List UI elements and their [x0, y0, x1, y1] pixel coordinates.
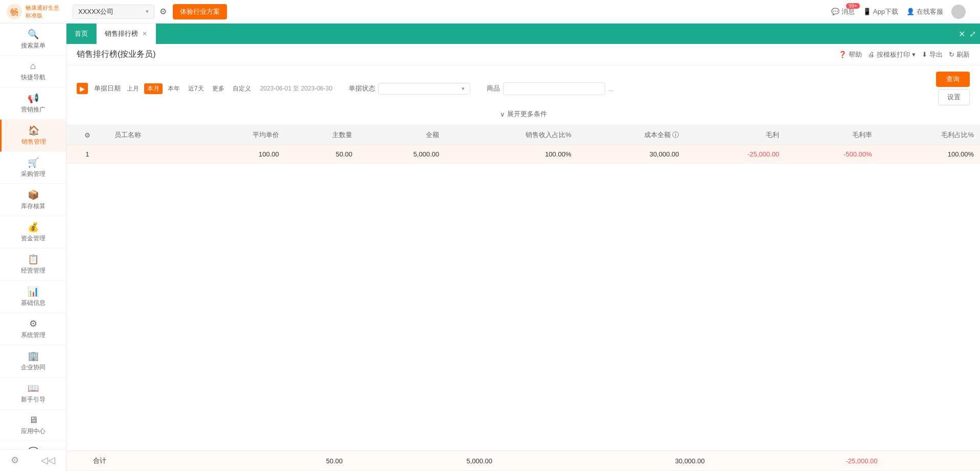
tab-sales-ranking[interactable]: 销售排行榜 ✕	[97, 24, 156, 44]
sidebar-item-sales[interactable]: 🏠 销售管理	[0, 120, 66, 152]
expand-conditions-button[interactable]: ∨ 展开更多条件	[500, 109, 547, 119]
sidebar-item-wechat[interactable]: 💬 企业微信	[0, 441, 66, 449]
export-icon: ⬇	[922, 51, 927, 58]
inventory-icon: 📦	[28, 189, 39, 200]
sidebar-item-appstore[interactable]: 🖥 应用中心	[0, 410, 66, 441]
footer-revenue-ratio-empty	[498, 451, 546, 471]
footer-amount: 5,000.00	[349, 451, 498, 471]
query-button[interactable]: 查询	[936, 72, 970, 87]
last-7days-btn[interactable]: 近7天	[185, 83, 207, 94]
current-year-btn[interactable]: 本年	[165, 83, 183, 94]
footer-gross-ratio-empty	[932, 451, 980, 471]
message-button[interactable]: 💬 消息 99+	[831, 7, 855, 16]
custom-date-btn[interactable]: 自定义	[230, 83, 254, 94]
refresh-icon: ↻	[949, 51, 954, 58]
sidebar-item-operations[interactable]: 📋 经营管理	[0, 249, 66, 281]
sidebar-menu: 🔍 搜索菜单 ⌂ 快捷导航 📢 营销推广 🏠 销售管理 🛒 采购管理	[0, 24, 66, 449]
online-service-button[interactable]: 👤 在线客服	[906, 7, 943, 16]
sidebar-item-basic[interactable]: 📊 基础信息	[0, 281, 66, 313]
basic-icon: 📊	[28, 286, 39, 297]
cell-gross-rate: -500.00%	[785, 145, 878, 164]
home-icon: ⌂	[30, 61, 36, 72]
tab-bar-actions: ✕ ⤢	[959, 29, 980, 39]
sidebar-bottom: ⚙ ◁◁	[0, 449, 66, 471]
message-badge: 99+	[846, 3, 860, 9]
page-title: 销售排行榜(按业务员)	[77, 49, 838, 60]
sidebar-settings-button[interactable]: ⚙	[11, 455, 19, 466]
cell-revenue-ratio: 100.00%	[445, 145, 577, 164]
filter-expand-icon[interactable]: ▶	[77, 83, 88, 94]
sidebar-item-enterprise[interactable]: 🏢 企业协同	[0, 345, 66, 377]
sidebar-item-guide[interactable]: 📖 新手引导	[0, 377, 66, 410]
column-settings-icon[interactable]: ⚙	[66, 125, 108, 145]
sidebar-item-quicknav[interactable]: ⌂ 快捷导航	[0, 56, 66, 87]
cell-avg-price: 100.00	[197, 145, 285, 164]
data-table: ⚙ 员工名称 平均单价 主数量 全额 销售收入占比% 成本全额 ⓘ 毛利 毛利率…	[66, 125, 980, 164]
footer-gross: -25,000.00	[711, 451, 883, 471]
tab-bar: 首页 销售排行榜 ✕ ✕ ⤢	[66, 24, 980, 44]
help-button[interactable]: ❓ 帮助	[838, 50, 862, 59]
print-icon: 🖨	[868, 51, 875, 58]
date-range-display: 2023-06-01 至 2023-06-30	[260, 84, 332, 93]
cell-employee	[108, 145, 197, 164]
enterprise-icon: 🏢	[28, 350, 39, 362]
tab-close-button[interactable]: ✕	[142, 30, 147, 37]
sidebar-item-search[interactable]: 🔍 搜索菜单	[0, 24, 66, 56]
col-revenue-ratio: 销售收入占比%	[445, 125, 577, 145]
company-selector[interactable]: XXXXX公司 ▾	[73, 5, 154, 19]
col-employee: 员工名称	[108, 125, 197, 145]
date-filter-label: 单据日期	[94, 84, 121, 93]
date-filter: 单据日期 上月 本月 本年 近7天 更多 自定义	[94, 83, 254, 94]
col-cost: 成本全额 ⓘ	[577, 125, 685, 145]
date-buttons: 上月 本月 本年 近7天 更多 自定义	[124, 83, 254, 94]
export-button[interactable]: ⬇ 导出	[922, 50, 943, 59]
sidebar-collapse-button[interactable]: ◁◁	[41, 455, 55, 466]
sidebar-item-marketing[interactable]: 📢 营销推广	[0, 87, 66, 120]
page-header: 销售排行榜(按业务员) ❓ 帮助 🖨 按模板打印 ▾ ⬇ 导出	[66, 44, 980, 65]
tab-home[interactable]: 首页	[66, 24, 97, 44]
more-filters-ellipsis[interactable]: ...	[608, 85, 614, 93]
goods-input[interactable]	[503, 82, 605, 95]
footer-empty-rank	[66, 451, 87, 471]
status-filter: 单据状态 ▾	[349, 83, 470, 95]
system-icon: ⚙	[29, 318, 37, 329]
refresh-button[interactable]: ↻ 刷新	[949, 50, 970, 59]
sidebar-item-inventory[interactable]: 📦 库存核算	[0, 184, 66, 216]
operations-icon: 📋	[28, 254, 39, 265]
table-area: ⚙ 员工名称 平均单价 主数量 全额 销售收入占比% 成本全额 ⓘ 毛利 毛利率…	[66, 125, 980, 451]
industry-button[interactable]: 体验行业方案	[173, 4, 227, 19]
table-body: 1 100.00 50.00 5,000.00 100.00% 30,000.0…	[66, 145, 980, 164]
col-gross: 毛利	[685, 125, 785, 145]
status-select[interactable]: ▾	[378, 83, 470, 95]
table-header: ⚙ 员工名称 平均单价 主数量 全额 销售收入占比% 成本全额 ⓘ 毛利 毛利率…	[66, 125, 980, 145]
cell-rank: 1	[66, 145, 108, 164]
footer-avg-price-empty	[187, 451, 235, 471]
tab-expand-button[interactable]: ⤢	[969, 29, 976, 39]
more-dates-btn[interactable]: 更多	[209, 83, 227, 94]
logo-icon: 畅	[6, 4, 22, 20]
chevron-down-icon: ∨	[500, 110, 505, 118]
last-month-btn[interactable]: 上月	[124, 83, 142, 94]
cell-gross-ratio: 100.00%	[878, 145, 980, 164]
status-label: 单据状态	[349, 84, 375, 93]
app-download-button[interactable]: 📱 App下载	[863, 7, 898, 16]
template-print-button[interactable]: 🖨 按模板打印 ▾	[868, 50, 916, 59]
filter-row: ▶ 单据日期 上月 本月 本年 近7天 更多 自定义 2023-06	[77, 72, 970, 105]
company-name: XXXXX公司	[78, 7, 143, 16]
top-bar-right: 💬 消息 99+ 📱 App下载 👤 在线客服	[831, 5, 974, 19]
sidebar-item-system[interactable]: ⚙ 系统管理	[0, 313, 66, 345]
col-avg-price: 平均单价	[197, 125, 285, 145]
logo-text: 畅康通好生意 标准版	[26, 4, 59, 19]
sidebar-item-finance[interactable]: 💰 资金管理	[0, 216, 66, 249]
cell-amount: 5,000.00	[358, 145, 445, 164]
sidebar-item-purchase[interactable]: 🛒 采购管理	[0, 152, 66, 184]
current-month-btn[interactable]: 本月	[144, 83, 163, 94]
settings-gear-button[interactable]: ⚙	[159, 7, 167, 16]
tab-close-all-button[interactable]: ✕	[959, 29, 965, 39]
avatar[interactable]	[951, 5, 966, 19]
status-chevron-icon: ▾	[462, 85, 465, 92]
cell-gross: -25,000.00	[685, 145, 785, 164]
search-icon: 🔍	[28, 29, 39, 40]
filter-settings-button[interactable]: 设置	[938, 89, 970, 105]
footer-table: 合计 50.00 5,000.00 30,000.00 -25,000.00	[66, 451, 980, 471]
